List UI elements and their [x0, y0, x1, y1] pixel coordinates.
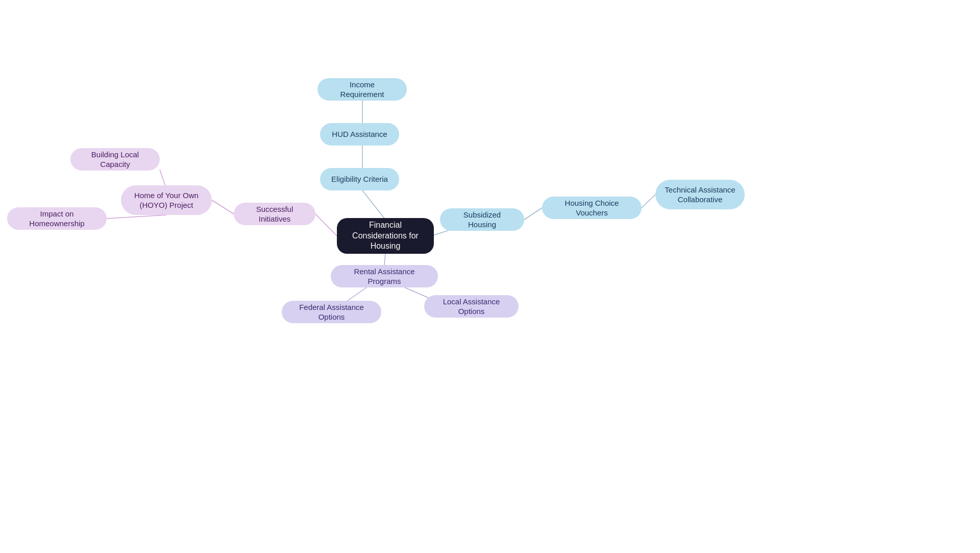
svg-line-5 [642, 195, 655, 208]
home-of-your-own-node[interactable]: Home of Your Own (HOYO) Project [121, 185, 212, 215]
impact-on-homeownership-node[interactable]: Impact on Homeownership [7, 207, 107, 230]
svg-line-0 [362, 190, 385, 220]
successful-initiatives-node[interactable]: Successful Initiatives [234, 203, 315, 225]
svg-line-9 [315, 214, 337, 236]
svg-line-4 [524, 208, 542, 220]
subsidized-housing-node[interactable]: Subsidized Housing [440, 208, 524, 231]
eligibility-criteria-node[interactable]: Eligibility Criteria [320, 168, 399, 190]
federal-assistance-node[interactable]: Federal Assistance Options [282, 301, 381, 323]
svg-line-6 [384, 254, 385, 265]
technical-assistance-node[interactable]: Technical Assistance Collaborative [655, 180, 745, 209]
housing-choice-vouchers-node[interactable]: Housing Choice Vouchers [542, 197, 642, 219]
rental-assistance-node[interactable]: Rental Assistance Programs [331, 265, 438, 287]
hud-assistance-node[interactable]: HUD Assistance [320, 123, 399, 146]
svg-line-12 [107, 215, 166, 219]
svg-line-10 [212, 200, 234, 214]
local-assistance-node[interactable]: Local Assistance Options [424, 295, 519, 318]
center-node[interactable]: Financial Considerations for Housing [337, 218, 434, 254]
building-local-capacity-node[interactable]: Building Local Capacity [70, 148, 160, 171]
income-requirement-node[interactable]: Income Requirement [317, 78, 407, 101]
